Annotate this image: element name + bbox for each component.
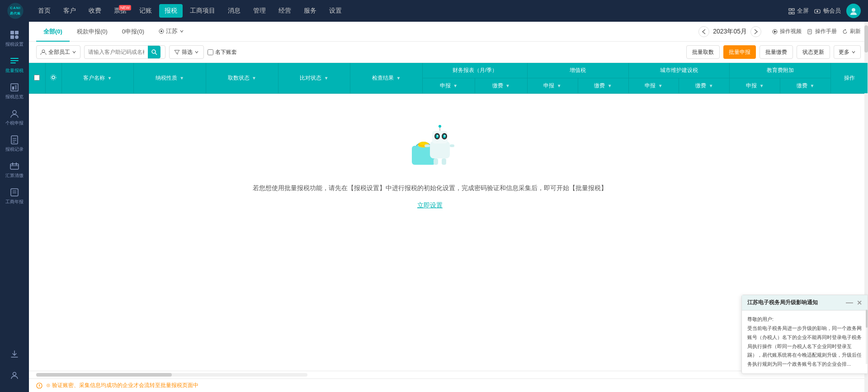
sidebar-item-annual-report[interactable]: 工商年报 xyxy=(0,183,29,209)
sidebar-item-personal-tax[interactable]: 个税申报 xyxy=(0,104,29,130)
notification-scrollbar-thumb[interactable] xyxy=(866,310,868,328)
th-city-pay[interactable]: 缴费 ▼ xyxy=(679,78,730,94)
filter-button[interactable]: 筛选 xyxy=(169,45,204,59)
th-compare-status[interactable]: 比对状态 ▼ xyxy=(278,63,350,94)
more-btn[interactable]: 更多 xyxy=(834,45,861,59)
nav-operation[interactable]: 经营 xyxy=(273,4,297,18)
svg-rect-18 xyxy=(12,86,14,90)
th-vat-declare[interactable]: 申报 ▼ xyxy=(527,78,578,94)
svg-point-57 xyxy=(444,135,445,137)
user-avatar[interactable] xyxy=(846,4,861,18)
nav-management[interactable]: 管理 xyxy=(248,4,271,18)
batch-fetch-btn[interactable]: 批量取数 xyxy=(686,45,720,59)
empty-state: 若您想使用批量报税功能，请先在【报税设置】中进行报税的初始化设置，完成密码验证和… xyxy=(29,94,831,237)
th-tax-type[interactable]: 纳税性质 ▼ xyxy=(134,63,206,94)
nav-invoice[interactable]: 票据 NEW xyxy=(108,4,132,18)
svg-rect-12 xyxy=(10,35,14,39)
th-fetch-status[interactable]: 取数状态 ▼ xyxy=(206,63,278,94)
notif-minimize-btn[interactable]: — xyxy=(846,299,853,306)
sidebar-item-settlement[interactable]: 汇算清缴 xyxy=(0,157,29,183)
search-wrap xyxy=(84,45,165,59)
vip-btn[interactable]: 畅会员 xyxy=(814,7,841,15)
scrollbar-thumb[interactable] xyxy=(36,373,172,377)
sidebar-item-tax-records[interactable]: 报税记录 xyxy=(0,130,29,157)
svg-point-34 xyxy=(160,30,162,32)
svg-rect-4 xyxy=(792,9,794,10)
nav-customer[interactable]: 客户 xyxy=(58,4,81,18)
nav-tax[interactable]: 报税 xyxy=(159,4,183,18)
th-fin-declare[interactable]: 申报 ▼ xyxy=(423,78,475,94)
nav-home[interactable]: 首页 xyxy=(33,4,56,18)
svg-rect-27 xyxy=(12,163,13,165)
account-checkbox[interactable] xyxy=(208,49,213,55)
warning-text: ⊙ 验证账密、采集信息均成功的企业才会流转至批量报税页面中 xyxy=(46,382,198,389)
svg-text:易代账: 易代账 xyxy=(10,12,21,15)
nav-menu: 首页 客户 收费 票据 NEW 记账 报税 工商项目 消息 管理 经营 服务 设… xyxy=(33,4,788,18)
employee-select[interactable]: 全部员工 xyxy=(36,45,80,59)
status-update-btn[interactable]: 状态更新 xyxy=(797,45,830,59)
th-check-result[interactable]: 检查结果 ▼ xyxy=(350,63,423,94)
sort-icon-13: ▼ xyxy=(810,83,815,88)
scrollbar-track[interactable] xyxy=(36,373,307,377)
sidebar-item-batch-tax[interactable]: 批量报税 xyxy=(0,52,29,78)
annual-report-label: 工商年报 xyxy=(5,199,24,205)
th-vat-pay[interactable]: 缴费 ▼ xyxy=(578,78,628,94)
tab-tax-declare[interactable]: 税款申报(0) xyxy=(70,22,115,42)
app-logo[interactable]: CANI 易代账 xyxy=(7,3,24,19)
chevron-down-icon xyxy=(179,29,184,33)
nav-business[interactable]: 工商项目 xyxy=(184,4,221,18)
notif-close-btn[interactable]: ✕ xyxy=(857,299,862,306)
next-month-btn[interactable] xyxy=(750,26,761,37)
sort-icon-9: ▼ xyxy=(608,83,612,88)
tab-jiangsu[interactable]: 江苏 xyxy=(151,22,191,42)
sidebar-item-tax-settings[interactable]: 报税设置 xyxy=(0,25,29,52)
chevron-down-icon-2 xyxy=(72,50,76,54)
search-input[interactable] xyxy=(85,49,148,55)
notification-content: 尊敬的用户:受当前电子税务局进一步升级的影响，同一个政务网账号（办税人）名下的企… xyxy=(747,315,862,369)
sidebar-item-tax-summary[interactable]: 报税总览 xyxy=(0,78,29,104)
svg-point-42 xyxy=(152,50,156,53)
tab-zero-declare[interactable]: 0申报(0) xyxy=(115,22,151,42)
tax-summary-icon xyxy=(9,82,19,92)
nav-settings[interactable]: 设置 xyxy=(324,4,347,18)
th-checkbox[interactable] xyxy=(29,63,45,94)
th-edu-pay[interactable]: 缴费 ▼ xyxy=(780,78,831,94)
th-city-tax: 城市维护建设税 xyxy=(628,63,730,78)
th-operation: 操作 xyxy=(831,63,868,94)
account-checkbox-wrap[interactable]: 名下账套 xyxy=(208,48,237,56)
prev-month-btn[interactable] xyxy=(698,26,709,37)
notification-scrollbar[interactable] xyxy=(866,310,868,364)
batch-declare-btn[interactable]: 批量申报 xyxy=(723,45,756,59)
filter-label: 筛选 xyxy=(182,48,193,56)
nav-billing[interactable]: 收费 xyxy=(83,4,107,18)
svg-rect-10 xyxy=(10,31,14,34)
main-scrollbar-thumb[interactable] xyxy=(864,25,868,53)
nav-service[interactable]: 服务 xyxy=(298,4,322,18)
sidebar-user[interactable] xyxy=(8,366,21,385)
svg-rect-62 xyxy=(434,158,438,165)
svg-rect-60 xyxy=(425,144,430,147)
tab-all[interactable]: 全部(0) xyxy=(36,22,70,42)
svg-point-66 xyxy=(39,387,40,387)
sidebar-download[interactable] xyxy=(8,345,21,364)
th-customer[interactable]: 客户名称 ▼ xyxy=(61,63,134,94)
month-navigation: 2023年05月 xyxy=(698,26,761,37)
operation-video-btn[interactable]: 操作视频 xyxy=(772,28,802,35)
svg-point-44 xyxy=(52,76,55,79)
search-button[interactable] xyxy=(148,46,160,58)
th-city-declare[interactable]: 申报 ▼ xyxy=(628,78,679,94)
refresh-btn[interactable]: 刷新 xyxy=(842,28,861,35)
th-settings[interactable] xyxy=(45,63,61,94)
fullscreen-btn[interactable]: 全屏 xyxy=(788,7,809,15)
setup-link[interactable]: 立即设置 xyxy=(417,201,443,210)
select-all-checkbox[interactable] xyxy=(34,75,40,81)
top-navigation: CANI 易代账 首页 客户 收费 票据 NEW 记账 报税 工商项目 消息 管… xyxy=(0,0,868,22)
operation-manual-btn[interactable]: 操作手册 xyxy=(807,28,836,35)
th-edu-declare[interactable]: 申报 ▼ xyxy=(730,78,780,94)
batch-pay-btn[interactable]: 批量缴费 xyxy=(760,45,793,59)
nav-accounting[interactable]: 记账 xyxy=(134,4,157,18)
nav-message[interactable]: 消息 xyxy=(222,4,246,18)
sort-icon-5: ▼ xyxy=(396,76,401,81)
th-fin-pay[interactable]: 缴费 ▼ xyxy=(475,78,527,94)
sort-icon-11: ▼ xyxy=(709,83,713,88)
